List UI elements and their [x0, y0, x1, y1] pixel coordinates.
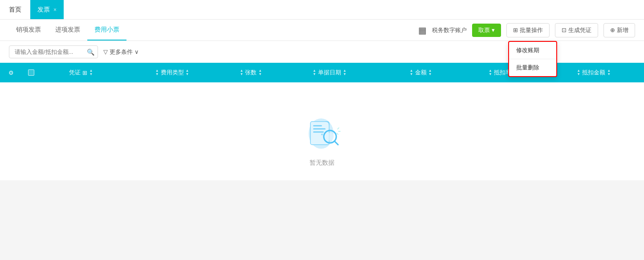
search-icon[interactable]: 🔍	[87, 49, 94, 56]
expense-type-sort-icon-left[interactable]: ▲▼	[155, 69, 159, 76]
svg-line-9	[338, 128, 339, 129]
empty-state: 暂无数据	[0, 82, 644, 180]
deduction-amount-label: 抵扣金额	[582, 69, 605, 77]
gen-voucher-label: 生成凭证	[568, 26, 591, 34]
batch-operation-dropdown: 修改账期 批量删除	[508, 41, 557, 77]
search-input[interactable]	[9, 45, 98, 58]
count-sort-icon[interactable]: ▲▼	[258, 69, 262, 76]
amount-column-header[interactable]: ▲▼ 金额 ▲▼	[380, 63, 462, 82]
more-filter-label: 更多条件	[110, 48, 133, 56]
gen-voucher-icon: ⊡	[562, 27, 567, 33]
svg-point-6	[326, 133, 334, 141]
invoice-tab-label: 发票	[37, 6, 50, 14]
svg-rect-2	[313, 125, 322, 126]
deduction-amount-sort-icon-left[interactable]: ▲▼	[577, 69, 580, 76]
voucher-filter-icon[interactable]: ⊞	[82, 69, 87, 76]
more-filter-button[interactable]: ▽ 更多条件 ∨	[103, 48, 139, 56]
count-sort-icon-left[interactable]: ▲▼	[240, 69, 243, 76]
top-nav: 首页 发票 ×	[0, 0, 644, 20]
filter-icon: ▽	[103, 49, 108, 55]
amount-label: 金额	[415, 69, 427, 77]
batch-op-icon: ⊞	[513, 27, 518, 33]
voucher-sort-icon[interactable]: ▲▼	[89, 69, 93, 76]
date-sort-icon[interactable]: ▲▼	[343, 69, 346, 76]
checkbox-column-header[interactable]	[22, 63, 40, 82]
take-ticket-button[interactable]: 取票 ▾	[472, 24, 501, 37]
filter-arrow-icon: ∨	[135, 49, 139, 55]
settings-column-header[interactable]: ⚙	[0, 63, 22, 82]
expense-type-column-header[interactable]: ▲▼ 费用类型 ▲▼	[122, 63, 223, 82]
modify-period-item[interactable]: 修改账期	[509, 42, 556, 59]
tab-sales-invoice[interactable]: 销项发票	[9, 20, 48, 41]
qr-code-icon[interactable]: ▦	[418, 25, 427, 36]
deduction-amount-column-header[interactable]: ▲▼ 抵扣金额 ▲▼	[543, 63, 644, 82]
take-ticket-label: 取票	[478, 26, 490, 34]
add-icon: ⊕	[610, 27, 615, 33]
toolbar-right: ▦ 税务数字账户 取票 ▾ ⊞ 批量操作 ⊡ 生成凭证 ⊕ 新增	[418, 23, 635, 37]
svg-rect-4	[313, 131, 324, 133]
svg-line-7	[334, 141, 338, 145]
add-label: 新增	[617, 26, 628, 34]
tax-account-button[interactable]: 税务数字账户	[432, 26, 467, 34]
count-column-header[interactable]: ▲▼ 张数 ▲▼	[222, 63, 279, 82]
take-ticket-arrow-icon: ▾	[492, 27, 495, 33]
voucher-column-header[interactable]: 凭证 ⊞ ▲▼	[40, 63, 122, 82]
home-nav-item[interactable]: 首页	[0, 0, 30, 19]
expense-type-label: 费用类型	[161, 69, 184, 77]
tab-expense-ticket[interactable]: 费用小票	[87, 20, 126, 41]
svg-point-8	[321, 134, 323, 135]
empty-state-icon	[300, 109, 344, 154]
settings-icon[interactable]: ⚙	[8, 69, 14, 76]
batch-operation-button[interactable]: ⊞ 批量操作	[506, 23, 550, 37]
date-sort-icon-left[interactable]: ▲▼	[313, 69, 316, 76]
close-tab-icon[interactable]: ×	[53, 7, 57, 13]
svg-rect-3	[313, 128, 326, 130]
voucher-label: 凭证	[69, 69, 81, 77]
select-all-checkbox[interactable]	[28, 69, 34, 76]
main-content: ⚙ 凭证 ⊞ ▲▼ ▲▼ 费用类型 ▲▼ ▲▼ 张数 ▲▼ ▲▼ 单据日期 ▲▼…	[0, 63, 644, 180]
date-column-header[interactable]: ▲▼ 单据日期 ▲▼	[279, 63, 380, 82]
amount-sort-icon[interactable]: ▲▼	[428, 69, 432, 76]
batch-delete-item[interactable]: 批量删除	[509, 59, 556, 76]
deduction-amount-sort-icon[interactable]: ▲▼	[607, 69, 611, 76]
svg-line-11	[337, 133, 338, 134]
toolbar: 销项发票 进项发票 费用小票 ▦ 税务数字账户 取票 ▾ ⊞ 批量操作 ⊡ 生成…	[0, 20, 644, 41]
empty-state-text: 暂无数据	[310, 159, 334, 167]
expense-type-sort-icon[interactable]: ▲▼	[186, 69, 189, 76]
date-label: 单据日期	[318, 69, 341, 77]
amount-sort-icon-left[interactable]: ▲▼	[410, 69, 413, 76]
gen-voucher-button[interactable]: ⊡ 生成凭证	[555, 23, 598, 37]
batch-op-label: 批量操作	[520, 26, 543, 34]
deduction-rate-sort-icon-left[interactable]: ▲▼	[489, 69, 492, 76]
invoice-tab[interactable]: 发票 ×	[30, 0, 64, 19]
search-input-wrap: 🔍	[9, 45, 98, 58]
tab-purchase-invoice[interactable]: 进项发票	[48, 20, 87, 41]
add-button[interactable]: ⊕ 新增	[603, 23, 635, 37]
count-label: 张数	[245, 69, 257, 77]
